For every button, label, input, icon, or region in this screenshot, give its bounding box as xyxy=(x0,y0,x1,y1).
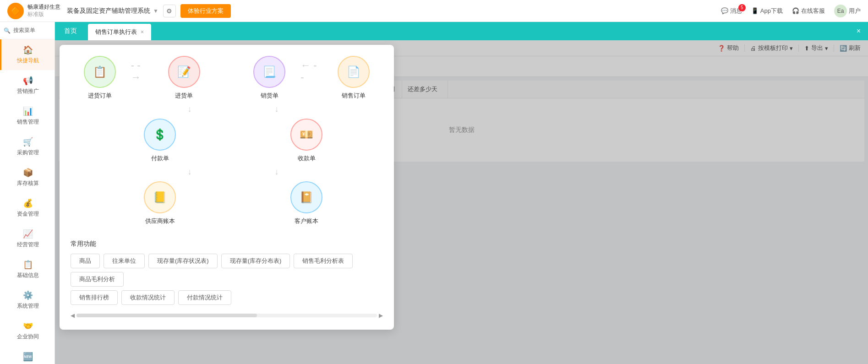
sidebar-item-basic[interactable]: 📋 基础信息 xyxy=(0,254,55,285)
message-badge: 5 xyxy=(738,4,746,11)
content-area: 首页 销售订单执行表 × × ❓ 帮助 🖨 按模板打印 ▾ xyxy=(55,22,868,364)
tab-bar: 首页 销售订单执行表 × × xyxy=(55,22,868,40)
logo-area: 🔶 畅康通好生意 标准版 xyxy=(7,3,62,19)
sidebar-item-marketing[interactable]: 📢 营销推广 xyxy=(0,70,55,101)
flow-row-2: 💲 付款单 💴 收款单 xyxy=(71,119,383,163)
func-btn-sales-rank[interactable]: 销售排行榜 xyxy=(71,290,118,305)
tab-sales-exec[interactable]: 销售订单执行表 × xyxy=(88,24,151,40)
header-right: 💬 消息 5 📱 App下载 🎧 在线客服 Ea 用户 xyxy=(721,5,861,17)
scrollbar-thumb xyxy=(76,314,257,317)
sidebar-item-sales[interactable]: 📊 销售管理 xyxy=(0,101,55,131)
popup-panel: 📋 进货订单 - - → 📝 进货单 📃 销货单 xyxy=(60,45,394,330)
arrow-left-dashed: ← - - xyxy=(300,60,322,83)
sales-bill-icon[interactable]: 📃 xyxy=(253,56,285,88)
arrow-down-1: ↓ xyxy=(160,103,219,115)
func-btn-receipt-stats[interactable]: 收款情况统计 xyxy=(121,290,175,305)
flow-node-sales-order[interactable]: 📄 销售订单 xyxy=(324,56,383,100)
func-btn-payment-stats[interactable]: 付款情况统计 xyxy=(178,290,231,305)
overlay: 📋 进货订单 - - → 📝 进货单 📃 销货单 xyxy=(55,40,868,364)
func-btn-sales-profit[interactable]: 销售毛利分析表 xyxy=(294,254,353,268)
tab-home[interactable]: 首页 xyxy=(55,22,86,40)
dropdown-arrow-icon[interactable]: ▼ xyxy=(153,8,158,14)
marketing-icon: 📢 xyxy=(23,76,33,86)
sidebar-item-quick-nav[interactable]: 🏠 快捷导航 xyxy=(0,39,55,70)
scroll-left-icon[interactable]: ◀ xyxy=(71,312,75,319)
message-icon: 💬 xyxy=(721,7,728,14)
window-close-icon[interactable]: × xyxy=(857,27,861,35)
payment-icon[interactable]: 💲 xyxy=(144,119,176,151)
guide-icon: 🆕 xyxy=(23,352,33,362)
func-btn-inventory-status[interactable]: 现存量(库存状况表) xyxy=(148,254,218,268)
sidebar-item-corp[interactable]: 🤝 企业协同 xyxy=(0,315,55,346)
sidebar-item-system[interactable]: ⚙️ 系统管理 xyxy=(0,285,55,315)
main-layout: 🔍 搜索菜单 🏠 快捷导航 📢 营销推广 📊 销售管理 🛒 采购管理 📦 库存核… xyxy=(0,22,868,364)
download-icon: 📱 xyxy=(751,7,759,14)
header-left: 🔶 畅康通好生意 标准版 装备及固定资产辅助管理系统 ▼ ⚙ 体验行业方案 xyxy=(7,3,231,19)
tab-close-icon[interactable]: × xyxy=(141,29,144,35)
purchase-icon: 🛒 xyxy=(23,137,33,147)
flow-node-sales-bill[interactable]: 📃 销货单 xyxy=(240,56,299,100)
purchase-order-icon[interactable]: 📋 xyxy=(84,56,116,88)
online-service-button[interactable]: 🎧 在线客服 xyxy=(792,7,825,15)
corp-icon: 🤝 xyxy=(23,321,33,331)
customer-icon[interactable]: 📔 xyxy=(290,181,322,213)
flow-node-receipt[interactable]: 💴 收款单 xyxy=(277,119,336,163)
logo-text: 畅康通好生意 标准版 xyxy=(27,4,60,18)
sidebar-item-inventory[interactable]: 📦 库存核算 xyxy=(0,162,55,193)
inner-content: ❓ 帮助 🖨 按模板打印 ▾ ⬆ 导出 ▾ 🔄 刷新 xyxy=(55,40,868,364)
top-header: 🔶 畅康通好生意 标准版 装备及固定资产辅助管理系统 ▼ ⚙ 体验行业方案 💬 … xyxy=(0,0,868,22)
sidebar-item-purchase[interactable]: 🛒 采购管理 xyxy=(0,131,55,162)
flow-node-supplier[interactable]: 📒 供应商账本 xyxy=(130,181,190,225)
sidebar-item-finance[interactable]: 💰 资金管理 xyxy=(0,193,55,223)
flow-node-customer[interactable]: 📔 客户账本 xyxy=(277,181,336,225)
receipt-icon[interactable]: 💴 xyxy=(290,119,322,151)
flow-node-payment[interactable]: 💲 付款单 xyxy=(130,119,190,163)
func-btn-product-profit[interactable]: 商品毛利分析 xyxy=(71,272,124,287)
settings-button[interactable]: ⚙ xyxy=(163,5,176,17)
app-download-button[interactable]: 📱 App下载 xyxy=(751,7,783,15)
arrow-down-2: ↓ xyxy=(219,103,334,115)
inventory-icon: 📦 xyxy=(23,168,33,178)
arrow-down-3: ↓ xyxy=(160,166,219,178)
arrow-down-4: ↓ xyxy=(219,166,334,178)
arrow-right-dashed-1: - - → xyxy=(131,60,153,83)
func-btn-counterpart[interactable]: 往来单位 xyxy=(104,254,145,268)
system-title: 装备及固定资产辅助管理系统 ▼ xyxy=(67,7,158,15)
basic-icon: 📋 xyxy=(23,260,33,270)
service-icon: 🎧 xyxy=(792,7,799,14)
avatar: Ea xyxy=(834,5,847,17)
search-icon: 🔍 xyxy=(4,27,11,34)
flow-diagram: 📋 进货订单 - - → 📝 进货单 📃 销货单 xyxy=(71,56,383,229)
common-funcs-title: 常用功能 xyxy=(71,240,383,248)
sidebar: 🔍 搜索菜单 🏠 快捷导航 📢 营销推广 📊 销售管理 🛒 采购管理 📦 库存核… xyxy=(0,22,55,364)
flow-row-3: 📒 供应商账本 📔 客户账本 xyxy=(71,181,383,225)
purchase-bill-icon[interactable]: 📝 xyxy=(168,56,200,88)
user-button[interactable]: Ea 用户 xyxy=(834,5,861,17)
scrollbar-track[interactable] xyxy=(76,314,377,317)
flow-node-purchase-bill[interactable]: 📝 进货单 xyxy=(155,56,213,100)
message-button[interactable]: 💬 消息 5 xyxy=(721,7,742,15)
sales-icon: 📊 xyxy=(23,106,33,116)
system-icon: ⚙️ xyxy=(23,290,33,300)
common-functions: 常用功能 商品 往来单位 现存量(库存状况表) 现存量(库存分布表) 销售毛利分… xyxy=(71,240,383,305)
sidebar-item-guide[interactable]: 🆕 新手引导 xyxy=(0,346,55,364)
scroll-right-icon[interactable]: ▶ xyxy=(379,312,383,319)
flow-row-1: 📋 进货订单 - - → 📝 进货单 📃 销货单 xyxy=(71,56,383,100)
flow-node-purchase-order[interactable]: 📋 进货订单 xyxy=(71,56,129,100)
func-btns-row1: 商品 往来单位 现存量(库存状况表) 现存量(库存分布表) 销售毛利分析表 商品… xyxy=(71,254,383,287)
func-btns-row2: 销售排行榜 收款情况统计 付款情况统计 xyxy=(71,290,383,305)
func-btn-product[interactable]: 商品 xyxy=(71,254,100,268)
operation-icon: 📈 xyxy=(23,229,33,239)
popup-scrollbar: ◀ ▶ xyxy=(71,312,383,319)
finance-icon: 💰 xyxy=(23,198,33,208)
sales-order-icon[interactable]: 📄 xyxy=(338,56,370,88)
supplier-icon[interactable]: 📒 xyxy=(144,181,176,213)
trial-button[interactable]: 体验行业方案 xyxy=(180,4,231,18)
sidebar-item-operation[interactable]: 📈 经营管理 xyxy=(0,223,55,254)
flow-row-arrows2: ↓ ↓ xyxy=(71,166,383,178)
flow-row-arrows: ↓ ↓ xyxy=(71,103,383,115)
func-btn-inventory-dist[interactable]: 现存量(库存分布表) xyxy=(221,254,290,268)
home-icon: 🏠 xyxy=(23,45,33,55)
sidebar-search-button[interactable]: 🔍 搜索菜单 xyxy=(0,22,55,39)
logo-icon: 🔶 xyxy=(7,3,24,19)
